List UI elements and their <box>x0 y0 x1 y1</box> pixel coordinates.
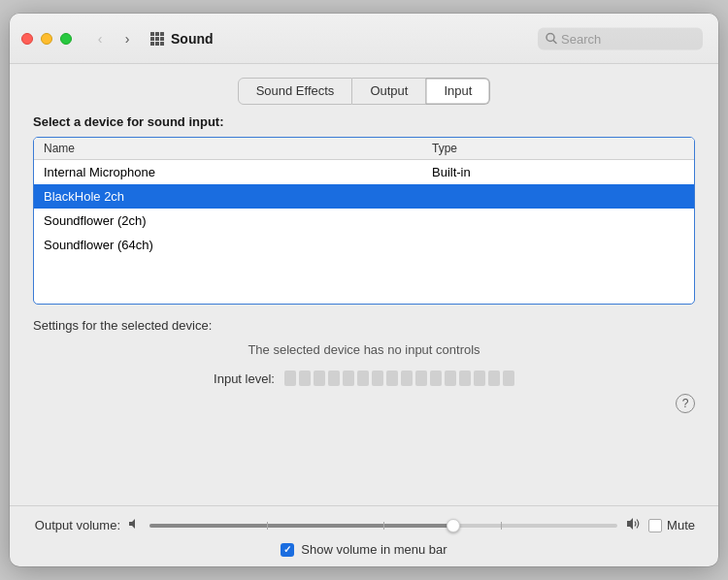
traffic-lights <box>21 33 72 45</box>
no-controls-text: The selected device has no input control… <box>33 342 695 357</box>
svg-marker-13 <box>627 518 633 530</box>
level-bar <box>488 371 500 386</box>
level-bar <box>343 371 354 386</box>
svg-rect-7 <box>155 42 159 46</box>
level-bar <box>328 371 340 386</box>
mute-checkbox[interactable] <box>648 519 662 532</box>
mute-label: Mute <box>667 518 695 532</box>
input-level-label: Input level: <box>214 371 275 386</box>
row-name: Soundflower (2ch) <box>44 213 432 228</box>
svg-rect-3 <box>150 37 154 41</box>
show-volume-row: Show volume in menu bar <box>33 542 695 557</box>
row-name: BlackHole 2ch <box>44 189 432 204</box>
level-bar <box>430 371 442 386</box>
search-icon <box>546 33 557 45</box>
level-bar <box>415 371 427 386</box>
level-bar <box>474 371 485 386</box>
tick <box>501 522 502 530</box>
level-bar <box>401 371 413 386</box>
nav-buttons: ‹ › <box>87 26 140 51</box>
input-level-row: Input level: <box>33 371 695 386</box>
table-row[interactable]: BlackHole 2ch <box>34 184 694 209</box>
show-volume-label: Show volume in menu bar <box>301 542 447 557</box>
tabs-row: Sound Effects Output Input <box>10 64 718 114</box>
row-type: Built-in <box>432 165 684 179</box>
table-header: Name Type <box>34 138 694 160</box>
col-name-header: Name <box>44 142 432 155</box>
level-bar <box>357 371 369 386</box>
svg-rect-6 <box>150 42 154 46</box>
back-icon: ‹ <box>98 31 103 47</box>
level-bar <box>284 371 296 386</box>
volume-slider-fill <box>149 524 453 528</box>
svg-rect-0 <box>150 32 154 36</box>
device-table: Name Type Internal Microphone Built-in B… <box>33 137 695 305</box>
level-bar <box>386 371 398 386</box>
titlebar: ‹ › Sound <box>10 14 718 64</box>
content-area: Select a device for sound input: Name Ty… <box>10 114 718 505</box>
level-bar <box>445 371 456 386</box>
maximize-button[interactable] <box>60 33 72 45</box>
vol-low-icon <box>128 517 142 533</box>
tick <box>383 522 384 530</box>
settings-label: Settings for the selected device: <box>33 318 695 333</box>
table-row[interactable]: Soundflower (64ch) <box>34 233 694 257</box>
row-name: Soundflower (64ch) <box>44 238 432 252</box>
volume-row: Output volume: <box>33 516 695 534</box>
show-volume-checkbox[interactable] <box>281 543 294 557</box>
forward-icon: › <box>125 31 130 47</box>
help-button[interactable]: ? <box>676 394 695 413</box>
svg-rect-4 <box>155 37 159 41</box>
mute-row: Mute <box>648 518 695 532</box>
volume-label: Output volume: <box>33 518 120 532</box>
sound-preferences-window: ‹ › Sound <box>10 14 718 566</box>
search-input[interactable] <box>561 31 695 46</box>
svg-rect-8 <box>160 42 164 46</box>
help-btn-row: ? <box>33 394 695 413</box>
level-bar <box>299 371 311 386</box>
svg-rect-5 <box>160 37 164 41</box>
window-title: Sound <box>171 31 214 47</box>
bottom-bar: Output volume: <box>10 505 718 566</box>
tab-input[interactable]: Input <box>426 78 490 105</box>
svg-marker-11 <box>129 519 135 529</box>
forward-button[interactable]: › <box>115 26 140 51</box>
level-bar <box>503 371 514 386</box>
table-row[interactable]: Internal Microphone Built-in <box>34 160 694 184</box>
svg-line-10 <box>553 41 556 44</box>
tab-sound-effects[interactable]: Sound Effects <box>238 78 353 105</box>
volume-slider[interactable] <box>149 524 617 528</box>
table-row[interactable]: Soundflower (2ch) <box>34 209 694 233</box>
svg-rect-1 <box>155 32 159 36</box>
tick <box>267 522 268 530</box>
col-type-header: Type <box>432 142 684 155</box>
minimize-button[interactable] <box>41 33 52 45</box>
grid-icon <box>149 31 165 47</box>
level-bar <box>459 371 471 386</box>
close-button[interactable] <box>21 33 33 45</box>
section-title: Select a device for sound input: <box>33 114 695 129</box>
svg-rect-2 <box>160 32 164 36</box>
row-name: Internal Microphone <box>44 165 432 179</box>
level-bars <box>284 371 514 386</box>
level-bar <box>372 371 383 386</box>
level-bar <box>314 371 325 386</box>
svg-line-12 <box>137 522 139 526</box>
volume-slider-thumb[interactable] <box>447 519 460 532</box>
back-button[interactable]: ‹ <box>87 26 113 51</box>
search-box[interactable] <box>538 27 703 49</box>
tab-output[interactable]: Output <box>352 78 426 105</box>
vol-high-icon <box>625 516 641 534</box>
